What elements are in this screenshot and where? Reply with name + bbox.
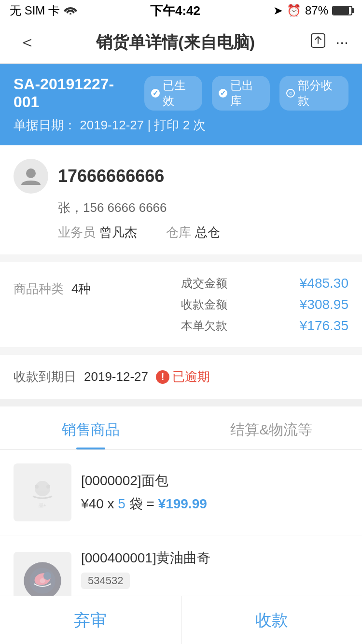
bottom-bar: 弃审 收款	[0, 596, 362, 644]
warehouse-info: 仓库 总仓	[166, 224, 220, 241]
received-value: ¥308.95	[300, 297, 348, 312]
order-date-label: 单据日期：	[14, 118, 76, 132]
warehouse-name: 总仓	[195, 224, 220, 241]
clock-icon: ○	[286, 89, 295, 98]
product-qty-1: 5	[118, 496, 125, 511]
product-sku-2: 534532	[81, 573, 130, 589]
debt-row: 本单欠款 ¥176.35	[181, 318, 348, 334]
more-button[interactable]: ···	[335, 33, 348, 51]
order-date: 2019-12-27	[80, 118, 144, 132]
order-header: SA-20191227-001 ✓ 已生效 ✓ 已出库 ○ 部分收款 单据日期：…	[0, 64, 362, 145]
customer-id: 17666666666	[58, 166, 164, 186]
goods-type-count: 4种	[71, 280, 91, 297]
svg-point-3	[35, 481, 50, 496]
badge-partial-text: 部分收款	[298, 78, 342, 109]
sales-name: 曾凡杰	[99, 224, 137, 241]
due-label: 收款到期日	[14, 368, 76, 385]
collect-label: 收款	[255, 609, 288, 631]
location-icon: ➤	[273, 4, 283, 17]
alarm-icon: ⏰	[287, 4, 301, 17]
tab-divider	[0, 399, 362, 406]
nav-actions: ···	[310, 33, 348, 52]
order-print-info: | 打印 2 次	[147, 118, 206, 132]
svg-text:品+: 品+	[39, 503, 46, 508]
share-button[interactable]	[310, 33, 326, 52]
status-bar: 无 SIM 卡 下午4:42 ➤ ⏰ 87%	[0, 0, 362, 21]
nav-bar: ＜ 销货单详情(来自电脑) ···	[0, 21, 362, 64]
svg-point-10	[43, 572, 51, 580]
status-time: 下午4:42	[150, 2, 200, 19]
badge-partial: ○ 部分收款	[279, 76, 348, 111]
order-date-row: 单据日期： 2019-12-27 | 打印 2 次	[14, 117, 348, 134]
carrier-text: 无 SIM 卡	[10, 3, 60, 18]
status-carrier: 无 SIM 卡	[10, 3, 77, 18]
stats-right: 成交金额 ¥485.30 收款金额 ¥308.95 本单欠款 ¥176.35	[181, 276, 348, 334]
product-total-1: ¥199.99	[158, 496, 207, 511]
customer-section: 17666666666 张，156 6666 6666 业务员 曾凡杰 仓库 总…	[0, 145, 362, 254]
customer-info-row: 业务员 曾凡杰 仓库 总仓	[14, 224, 348, 241]
wifi-icon	[64, 4, 77, 17]
svg-point-2	[26, 168, 36, 178]
tab-settlement-label: 结算&物流等	[230, 421, 312, 437]
due-section: 收款到期日 2019-12-27 ! 已逾期	[0, 355, 362, 399]
list-item: 品+ [0000002]面包 ¥40 x 5 袋 = ¥199.99	[0, 450, 362, 535]
product-name-1: [0000002]面包	[81, 472, 348, 490]
collect-button[interactable]: 收款	[181, 596, 362, 644]
debt-label: 本单欠款	[181, 318, 227, 334]
tabs: 销售商品 结算&物流等	[0, 406, 362, 450]
badge-shipped-text: 已出库	[230, 78, 263, 109]
check-icon-2: ✓	[219, 89, 227, 98]
badge-activated-text: 已生效	[163, 78, 195, 109]
tab-settlement[interactable]: 结算&物流等	[181, 406, 362, 449]
cancel-review-button[interactable]: 弃审	[0, 596, 181, 644]
svg-point-0	[70, 13, 71, 14]
stats-left: 商品种类 4种	[14, 276, 181, 297]
received-label: 收款金额	[181, 297, 227, 312]
status-right: ➤ ⏰ 87%	[273, 4, 352, 17]
stats-section: 商品种类 4种 成交金额 ¥485.30 收款金额 ¥308.95 本单欠款 ¥…	[0, 262, 362, 347]
svg-point-4	[35, 485, 39, 489]
check-icon-1: ✓	[151, 89, 160, 98]
product-price-1: ¥40	[81, 496, 104, 511]
order-id-row: SA-20191227-001 ✓ 已生效 ✓ 已出库 ○ 部分收款	[14, 75, 348, 111]
badge-activated: ✓ 已生效	[144, 76, 202, 111]
tab-sales-goods[interactable]: 销售商品	[0, 406, 181, 449]
page-title: 销货单详情(来自电脑)	[96, 31, 255, 54]
overdue-icon: !	[156, 370, 169, 384]
overdue-badge: ! 已逾期	[156, 368, 210, 385]
due-date: 2019-12-27	[84, 369, 148, 384]
order-id: SA-20191227-001	[14, 75, 135, 111]
product-name-2: [000400001]黄油曲奇	[81, 549, 348, 567]
overdue-text: 已逾期	[172, 368, 210, 385]
product-price-row-1: ¥40 x 5 袋 = ¥199.99	[81, 495, 348, 513]
deal-amount-label: 成交金额	[181, 276, 227, 291]
tab-sales-goods-label: 销售商品	[62, 421, 120, 437]
battery-icon	[332, 6, 352, 15]
badge-shipped: ✓ 已出库	[212, 76, 270, 111]
customer-name: 张，156 6666 6666	[14, 199, 348, 216]
deal-amount-row: 成交金额 ¥485.30	[181, 276, 348, 291]
received-row: 收款金额 ¥308.95	[181, 297, 348, 312]
sales-info: 业务员 曾凡杰	[58, 224, 137, 241]
avatar	[14, 159, 48, 194]
product-info-1: [0000002]面包 ¥40 x 5 袋 = ¥199.99	[81, 472, 348, 513]
debt-value: ¥176.35	[300, 318, 348, 334]
warehouse-label: 仓库	[166, 224, 191, 241]
svg-point-5	[46, 485, 50, 489]
goods-type-label: 商品种类	[14, 280, 64, 297]
customer-row: 17666666666	[14, 159, 348, 194]
svg-point-11	[40, 578, 45, 583]
cancel-review-label: 弃审	[74, 609, 107, 631]
deal-amount-value: ¥485.30	[300, 276, 348, 291]
product-unit-1: 袋	[129, 496, 143, 511]
battery-text: 87%	[305, 4, 328, 17]
back-button[interactable]: ＜	[14, 26, 41, 59]
product-image-1: 品+	[14, 463, 71, 521]
sales-label: 业务员	[58, 224, 96, 241]
